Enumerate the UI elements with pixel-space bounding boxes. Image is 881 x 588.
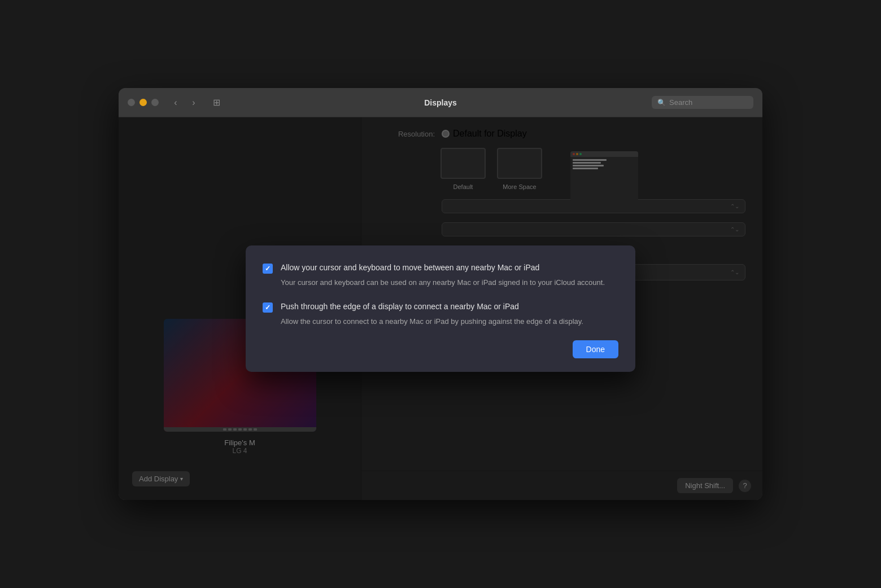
modal-footer: Done — [263, 340, 618, 358]
search-icon: 🔍 — [657, 99, 666, 107]
checkbox-1[interactable]: ✓ — [263, 264, 273, 274]
minimize-button[interactable] — [139, 99, 147, 106]
maximize-button[interactable] — [151, 99, 159, 106]
search-bar[interactable]: 🔍 Search — [652, 96, 753, 109]
traffic-lights — [128, 99, 159, 106]
window-title: Displays — [424, 98, 457, 107]
titlebar: ‹ › ⊞ Displays 🔍 Search — [119, 88, 762, 117]
grid-button[interactable]: ⊞ — [208, 95, 224, 111]
checkmark-1: ✓ — [265, 265, 271, 273]
modal-item-1: ✓ Allow your cursor and keyboard to move… — [263, 262, 618, 288]
modal-item-2: ✓ Push through the edge of a display to … — [263, 301, 618, 327]
modal-item-2-title: Push through the edge of a display to co… — [281, 301, 583, 313]
checkbox-2-container: ✓ — [263, 302, 273, 327]
modal-overlay: ✓ Allow your cursor and keyboard to move… — [119, 117, 762, 500]
modal-item-1-content: Allow your cursor and keyboard to move b… — [281, 262, 605, 288]
nav-buttons: ‹ › ⊞ — [168, 95, 224, 111]
modal-item-2-desc: Allow the cursor to connect to a nearby … — [281, 316, 583, 327]
checkbox-2[interactable]: ✓ — [263, 302, 273, 313]
forward-button[interactable]: › — [186, 95, 202, 111]
search-placeholder-text: Search — [669, 98, 692, 107]
modal-item-1-title: Allow your cursor and keyboard to move b… — [281, 262, 605, 274]
close-button[interactable] — [128, 99, 135, 106]
modal-item-1-desc: Your cursor and keyboard can be used on … — [281, 277, 605, 288]
back-button[interactable]: ‹ — [168, 95, 184, 111]
checkbox-1-container: ✓ — [263, 264, 273, 288]
modal-item-2-content: Push through the edge of a display to co… — [281, 301, 583, 327]
checkmark-2: ✓ — [265, 304, 271, 311]
main-content: Filipe's M LG 4 Add Display ▾ Resolution… — [119, 117, 762, 500]
displays-window: ‹ › ⊞ Displays 🔍 Search — [119, 88, 762, 500]
modal-dialog: ✓ Allow your cursor and keyboard to move… — [246, 245, 635, 372]
done-button[interactable]: Done — [573, 340, 618, 358]
